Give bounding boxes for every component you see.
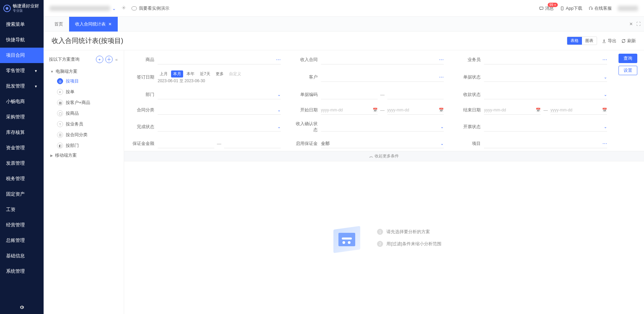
bill-no-to[interactable]	[387, 90, 444, 99]
scheme-by-project[interactable]: ◎按项目	[47, 76, 120, 87]
nav-retail[interactable]: 零售管理▼	[0, 63, 44, 78]
more-icon[interactable]: ⋯	[602, 57, 607, 62]
customer-input[interactable]: ⋯	[321, 72, 444, 82]
collapse-filters-button[interactable]: ︽ 收起更多条件	[124, 151, 644, 161]
nav-invoice[interactable]: 发票管理	[0, 156, 44, 171]
tab-home[interactable]: 首页	[48, 17, 69, 32]
nav-assets[interactable]: 固定资产	[0, 187, 44, 202]
tabs-close-all[interactable]: ✕	[629, 21, 633, 27]
invoice-status-select[interactable]: ⌄	[484, 122, 607, 132]
more-icon[interactable]: ⋯	[276, 57, 281, 62]
scheme-by-customer-product[interactable]: ▦按客户+商品	[47, 97, 120, 108]
finish-status-select[interactable]: ⌄	[158, 122, 281, 132]
nav-wholesale[interactable]: 批发管理▼	[0, 78, 44, 94]
user-avatar-blurred[interactable]	[618, 6, 638, 11]
more-icon[interactable]: ⋯	[602, 141, 607, 146]
close-icon[interactable]: ✕	[108, 22, 112, 27]
logo: 畅捷通好业财 专业版	[0, 0, 44, 17]
demo-link[interactable]: 我要看实例演示	[131, 5, 169, 11]
grid-icon: ▦	[57, 100, 63, 106]
calendar-icon: 📅	[373, 108, 378, 112]
chevron-down-icon: ⌄	[112, 6, 116, 11]
dept-select[interactable]: ⌄	[158, 90, 281, 99]
message-badge: 99 +	[548, 3, 558, 7]
start-date-to[interactable]: yyyy-mm-dd📅	[387, 105, 444, 115]
contract-input[interactable]: ⋯	[321, 55, 444, 64]
more-icon[interactable]: ⋯	[439, 74, 444, 80]
caret-down-icon: ▼	[34, 69, 38, 73]
headset-icon	[588, 6, 593, 11]
nav-system[interactable]: 系统管理	[0, 264, 44, 279]
tabs-bar: 首页 收入合同统计表 ✕ ✕ ⛶	[44, 17, 644, 32]
sidebar-settings[interactable]	[0, 302, 44, 314]
nav-purchase[interactable]: 采购管理	[0, 109, 44, 125]
date-custom[interactable]: 自定义	[227, 70, 243, 77]
view-chart-button[interactable]: 图表	[582, 37, 597, 45]
settings-icon[interactable]	[121, 5, 126, 11]
scheme-settings-button[interactable]	[105, 56, 113, 63]
deposit-from[interactable]	[158, 139, 214, 148]
date-last-month[interactable]: 上月	[158, 70, 170, 77]
scheme-by-category[interactable]: ☰按合同分类	[47, 129, 120, 140]
scheme-by-bill[interactable]: ≡按单	[47, 87, 120, 97]
scheme-group-pc[interactable]: ▼电脑端方案	[47, 67, 120, 76]
nav-basic[interactable]: 基础信息	[0, 248, 44, 264]
deposit-to[interactable]	[224, 139, 281, 148]
query-button[interactable]: 查询	[619, 54, 637, 63]
scheme-group-mobile[interactable]: ▶移动端方案	[47, 151, 120, 160]
settings-button[interactable]: 设置	[619, 66, 637, 75]
refresh-button[interactable]: 刷新	[621, 38, 636, 44]
nav-funds[interactable]: 资金管理	[0, 140, 44, 156]
chevron-down-icon: ⌄	[604, 92, 607, 97]
nav-tax[interactable]: 税务管理	[0, 171, 44, 187]
scheme-by-dept[interactable]: ◧按部门	[47, 140, 120, 151]
brand-edition: 专业版	[13, 8, 39, 13]
nav-salary[interactable]: 工资	[0, 202, 44, 217]
nav-operation[interactable]: 经营管理	[0, 217, 44, 233]
date-this-year[interactable]: 本年	[184, 70, 197, 77]
nav: 搜索菜单 快捷导航 项目合同 零售管理▼ 批发管理▼ 小畅电商 采购管理 库存核…	[0, 17, 44, 302]
date-more[interactable]: 更多	[214, 70, 226, 77]
income-confirm-select[interactable]: ⌄	[321, 122, 444, 132]
end-date-from[interactable]: yyyy-mm-dd📅	[484, 105, 541, 115]
export-button[interactable]: 导出	[602, 38, 616, 44]
add-scheme-button[interactable]: +	[96, 56, 103, 63]
nav-project-contract[interactable]: 项目合同	[0, 48, 44, 63]
nav-ledger[interactable]: 总账管理	[0, 233, 44, 248]
org-selector[interactable]: ⌄	[50, 6, 116, 11]
more-icon[interactable]: ⋯	[439, 57, 444, 62]
contract-cat-select[interactable]: ⌄	[158, 105, 281, 115]
nav-ecommerce[interactable]: 小畅电商	[0, 94, 44, 109]
collapse-panel-button[interactable]: «	[115, 56, 118, 63]
tab-income-contract-report[interactable]: 收入合同统计表 ✕	[69, 17, 118, 32]
scheme-by-salesman[interactable]: ⫯按业务员	[47, 119, 120, 129]
nav-search[interactable]: 搜索菜单	[0, 17, 44, 32]
customer-service[interactable]: 在线客服	[588, 5, 612, 11]
salesman-input[interactable]: ⋯	[484, 55, 607, 64]
fullscreen-icon[interactable]: ⛶	[636, 21, 641, 27]
nav-quick[interactable]: 快捷导航	[0, 32, 44, 48]
start-date-from[interactable]: yyyy-mm-dd📅	[321, 105, 378, 115]
app-download[interactable]: App下载	[560, 5, 582, 11]
date-this-month[interactable]: 本月	[171, 70, 183, 77]
nav-inventory[interactable]: 库存核算	[0, 125, 44, 140]
product-input[interactable]: ⋯	[158, 55, 281, 64]
messages-button[interactable]: 消息 99 +	[539, 5, 554, 11]
scheme-by-product[interactable]: ▢按商品	[47, 108, 120, 119]
filter-form: 查询 设置 商品⋯ 收入合同⋯ 业务员⋯ 签订日期 上月 本月	[124, 50, 644, 151]
end-date-to[interactable]: yyyy-mm-dd📅	[550, 105, 607, 115]
view-table-button[interactable]: 表格	[567, 37, 582, 45]
collect-status-select[interactable]: ⌄	[484, 90, 607, 99]
project-input[interactable]: ⋯	[484, 139, 607, 148]
bill-status-select[interactable]: ⌄	[484, 72, 607, 82]
enable-deposit-select[interactable]: 全部⌄	[321, 139, 444, 148]
bill-no-from[interactable]	[321, 90, 378, 99]
scheme-header: 按以下方案查询	[49, 56, 79, 62]
chevron-down-icon: ⌄	[604, 124, 607, 129]
date-last7[interactable]: 近7天	[198, 70, 212, 77]
org-name-blurred	[50, 6, 110, 11]
svg-rect-1	[540, 7, 543, 9]
date-preset-tabs: 上月 本月 本年 近7天 更多 自定义	[158, 70, 281, 77]
svg-point-0	[123, 7, 124, 8]
chevron-down-icon: ⌄	[277, 124, 281, 129]
